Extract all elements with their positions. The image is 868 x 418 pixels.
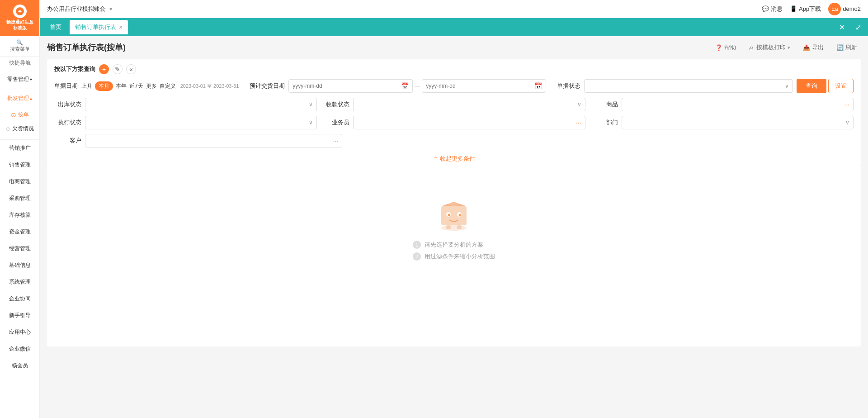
step-1-text: 请先选择要分析的方案 — [425, 241, 483, 249]
app-sub: 标准版 — [13, 25, 27, 31]
sidebar-item-inventory[interactable]: 库存核算 — [0, 207, 39, 223]
exec-group: 执行状态 ∨ — [54, 116, 317, 129]
tab-active[interactable]: 销售订单执行表 × — [70, 20, 128, 34]
window-close-btn[interactable]: ✕ — [835, 21, 848, 33]
filter-row-1: 单据日期 上月 本月 本年 近7天 更多 自定义 2023-03-01 至 20… — [54, 79, 854, 93]
shipment-select[interactable]: ∨ — [85, 98, 317, 111]
refresh-label: 刷新 — [845, 43, 857, 52]
message-btn[interactable]: 💬 消息 — [762, 5, 783, 13]
filter-collapse-btn[interactable]: « — [126, 64, 136, 74]
date-btn-custom[interactable]: 自定义 — [160, 82, 176, 90]
app-download-btn[interactable]: 📱 App下载 — [790, 5, 821, 13]
tab-home[interactable]: 首页 — [43, 18, 68, 36]
date-btn-7days[interactable]: 近7天 — [129, 82, 143, 90]
date-btn-more[interactable]: 更多 — [146, 82, 157, 90]
window-expand-icon: ⤢ — [855, 23, 861, 32]
sidebar-item-retail[interactable]: 零售管理 ▾ — [0, 72, 39, 87]
tab-close-icon[interactable]: × — [119, 24, 123, 31]
sidebar-item-vip[interactable]: 畅会员 — [0, 357, 39, 374]
help-btn[interactable]: ❓ 帮助 — [712, 42, 740, 53]
refresh-btn[interactable]: 🔄 刷新 — [833, 42, 861, 53]
export-btn[interactable]: 📤 导出 — [799, 42, 827, 53]
collapse-arrow-icon: ⌃ — [433, 156, 438, 162]
step-2-text: 用过滤条件来缩小分析范围 — [425, 252, 495, 261]
print-btn[interactable]: 🖨 按模板打印 ▾ — [745, 42, 794, 53]
sidebar-item-enterprise[interactable]: 企业协同 — [0, 290, 39, 307]
calendar-from-icon[interactable]: 📅 — [401, 82, 409, 90]
department-select[interactable]: ∨ — [622, 116, 854, 129]
status-label: 单据状态 — [557, 82, 580, 90]
sidebar-item-ecommerce[interactable]: 电商管理 — [0, 173, 39, 190]
sidebar-item-sales[interactable]: 销售管理 — [0, 157, 39, 173]
setting-button[interactable]: 设置 — [828, 79, 854, 93]
sidebar-item-marketing[interactable]: 营销推广 — [0, 140, 39, 157]
shipment-chevron-icon: ∨ — [309, 101, 313, 108]
sidebar-item-system[interactable]: 系统管理 — [0, 274, 39, 290]
expected-date-from[interactable]: 📅 — [288, 79, 413, 93]
empty-illustration — [431, 193, 476, 233]
filter-edit-btn[interactable]: ✎ — [113, 64, 123, 74]
expected-date-from-input[interactable] — [292, 83, 399, 89]
refresh-icon: 🔄 — [836, 44, 844, 51]
filter-add-btn[interactable]: + — [99, 64, 109, 74]
calendar-to-icon[interactable]: 📅 — [534, 82, 542, 90]
enterprise-label: 企业协同 — [9, 295, 31, 303]
finance-label: 资金管理 — [9, 228, 31, 236]
sidebar-item-operations[interactable]: 经营管理 — [0, 240, 39, 257]
salesperson-group: 业务员 ··· — [322, 116, 585, 129]
breadcrumb-text: 办公用品行业模拟账套 — [47, 5, 106, 13]
collapse-bar[interactable]: ⌃ 收起更多条件 — [54, 152, 854, 166]
payment-select[interactable]: ∨ — [353, 98, 585, 111]
filter-scheme-label: 按以下方案查询 — [54, 65, 95, 73]
window-close-icon: ✕ — [839, 23, 845, 32]
user-menu[interactable]: Ea demo2 — [828, 3, 861, 15]
date-btn-this-month[interactable]: 本月 — [95, 81, 113, 91]
quick-nav[interactable]: 快捷导航 — [0, 57, 39, 70]
tab-bar: 首页 销售订单执行表 × ✕ ⤢ — [40, 18, 868, 36]
window-expand-btn[interactable]: ⤢ — [852, 21, 864, 33]
page-title: 销售订单执行表(按单) — [47, 42, 126, 53]
user-name: demo2 — [843, 5, 861, 12]
customer-dots-icon[interactable]: ··· — [333, 137, 339, 144]
sidebar-item-basic[interactable]: 基础信息 — [0, 257, 39, 274]
sidebar-item-debt[interactable]: ⊙ 欠货情况 — [0, 122, 39, 136]
expected-date-to[interactable]: 📅 — [422, 79, 546, 93]
sidebar-search[interactable]: 🔍 搜索菜单 — [0, 36, 39, 57]
date-btn-last-month[interactable]: 上月 — [81, 82, 92, 90]
salesperson-label: 业务员 — [322, 119, 349, 127]
goods-input[interactable]: ··· — [622, 98, 854, 111]
empty-state: 1 请先选择要分析的方案 2 用过滤条件来缩小分析范围 — [47, 166, 861, 288]
status-select[interactable]: ∨ — [584, 79, 793, 93]
sidebar-item-wechat[interactable]: 企业微信 — [0, 341, 39, 357]
sidebar-item-purchase[interactable]: 采购管理 — [0, 190, 39, 207]
sidebar-item-order[interactable]: ⊙ 按单 — [0, 108, 39, 122]
sidebar-item-newbie[interactable]: 新手引导 — [0, 307, 39, 324]
sales-label: 销售管理 — [9, 161, 31, 169]
empty-text: 1 请先选择要分析的方案 2 用过滤条件来缩小分析范围 — [413, 241, 495, 261]
goods-dots-icon[interactable]: ··· — [844, 101, 849, 108]
print-label: 按模板打印 — [756, 43, 786, 52]
quick-nav-label: 快捷导航 — [9, 60, 31, 66]
sidebar-item-apps[interactable]: 应用中心 — [0, 324, 39, 341]
query-button[interactable]: 查询 — [797, 79, 826, 93]
department-label: 部门 — [591, 119, 618, 127]
payment-chevron-icon: ∨ — [577, 101, 581, 108]
retail-label: 零售管理 — [7, 76, 29, 83]
customer-input[interactable]: ··· — [85, 134, 342, 147]
empty-step-1: 1 请先选择要分析的方案 — [413, 241, 495, 249]
salesperson-input[interactable]: ··· — [353, 116, 585, 129]
expected-date-to-input[interactable] — [426, 83, 533, 89]
breadcrumb-dropdown-icon[interactable]: ▾ — [109, 5, 113, 12]
exec-select[interactable]: ∨ — [85, 116, 317, 129]
vip-label: 畅会员 — [12, 362, 28, 370]
sidebar-item-finance[interactable]: 资金管理 — [0, 223, 39, 240]
wholesale-submenu: ⊙ 按单 ⊙ 欠货情况 — [0, 106, 39, 138]
salesperson-dots-icon[interactable]: ··· — [576, 119, 581, 126]
help-icon: ❓ — [715, 44, 722, 51]
search-label: 搜索菜单 — [2, 46, 38, 52]
sidebar-item-wholesale[interactable]: 批发管理 ▴ — [0, 91, 39, 106]
date-btn-this-year[interactable]: 本年 — [116, 82, 127, 90]
filter-header: 按以下方案查询 + ✎ « — [54, 64, 854, 74]
svg-point-5 — [448, 214, 450, 216]
exec-chevron-icon: ∨ — [309, 119, 313, 126]
